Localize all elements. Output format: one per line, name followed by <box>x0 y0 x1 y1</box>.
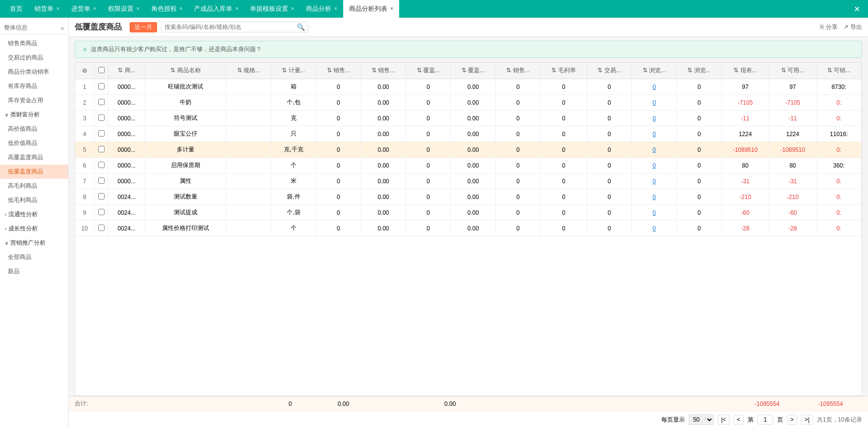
nav-permission[interactable]: 权限设置 × <box>102 0 145 18</box>
row-checkbox[interactable] <box>94 95 108 111</box>
row-checkbox[interactable] <box>94 205 108 221</box>
row-checkbox[interactable] <box>94 126 108 142</box>
col-available[interactable]: ⇅ 可用... <box>769 62 816 79</box>
col-unit[interactable]: ⇅ 计量... <box>271 62 316 79</box>
row-browse1[interactable]: 0 <box>632 158 677 173</box>
row-browse1[interactable]: 0 <box>632 205 677 221</box>
nav-purchase-close[interactable]: × <box>93 0 96 18</box>
sidebar-section-liudong[interactable]: › 流通性分析 <box>0 207 68 222</box>
nav-warehouse-close[interactable]: × <box>235 0 238 18</box>
nav-role-close[interactable]: × <box>180 0 183 18</box>
sidebar-item-high-profit[interactable]: 高毛利商品 <box>0 179 68 193</box>
col-spec[interactable]: ⇅ 规格... <box>226 62 271 79</box>
sidebar-item-new-goods[interactable]: 新品 <box>0 264 68 279</box>
row-browse1[interactable]: 0 <box>632 221 677 236</box>
row-sales2: 0.00 <box>361 221 406 236</box>
nav-product-analysis[interactable]: 商品分析 × <box>300 0 343 18</box>
row-checkbox[interactable] <box>94 189 108 205</box>
row-browse1[interactable]: 0 <box>632 79 677 95</box>
row-checkbox[interactable] <box>94 142 108 158</box>
col-settings[interactable]: ⚙ <box>75 62 94 79</box>
col-browse2[interactable]: ⇅ 浏览... <box>677 62 721 79</box>
sidebar-item-stock-capital[interactable]: 库存资金占用 <box>0 93 68 108</box>
row-num: 9 <box>75 205 94 221</box>
col-name[interactable]: ⇅ 商品名称 <box>145 62 226 79</box>
window-close-button[interactable]: ✕ <box>850 4 864 14</box>
row-coverage2: 0.00 <box>451 189 495 205</box>
last-page-button[interactable]: >| <box>801 415 813 425</box>
row-coverage1: 0 <box>406 95 451 111</box>
next-page-button[interactable]: > <box>787 415 797 425</box>
nav-home[interactable]: 首页 <box>4 0 28 18</box>
search-input[interactable] <box>164 24 295 30</box>
row-checkbox[interactable] <box>94 79 108 95</box>
col-sales1[interactable]: ⇅ 销售... <box>316 62 361 79</box>
row-checkbox[interactable] <box>94 221 108 236</box>
nav-product-analysis-close[interactable]: × <box>334 0 337 18</box>
page-number-input[interactable] <box>758 415 773 425</box>
nav-template-close[interactable]: × <box>291 0 294 18</box>
col-current[interactable]: ⇅ 现有... <box>722 62 769 79</box>
col-gross[interactable]: ⇅ 毛利率 <box>541 62 587 79</box>
row-checkbox[interactable] <box>94 111 108 126</box>
row-browse2: 0 <box>677 126 721 142</box>
row-code: 0000... <box>108 173 145 189</box>
sidebar-item-low-coverage[interactable]: 低覆盖度商品 <box>0 165 68 179</box>
nav-product-analysis-list[interactable]: 商品分析列表 × <box>343 0 399 18</box>
nav-warehouse[interactable]: 产成品入库单 × <box>188 0 244 18</box>
sidebar-section-chengzhang[interactable]: › 成长性分析 <box>0 222 68 236</box>
row-gross: 0 <box>541 79 587 95</box>
sidebar-item-high-coverage[interactable]: 高覆盖度商品 <box>0 150 68 165</box>
settings-icon[interactable]: ⚙ <box>82 67 87 74</box>
sidebar-item-low-profit[interactable]: 低毛利商品 <box>0 193 68 207</box>
nav-role[interactable]: 角色授权 × <box>145 0 189 18</box>
sidebar-item-in-stock[interactable]: 有库存商品 <box>0 79 68 93</box>
col-browse1[interactable]: ⇅ 浏览... <box>632 62 677 79</box>
share-button[interactable]: ⎘ 分享 <box>820 23 838 31</box>
row-browse1[interactable]: 0 <box>632 189 677 205</box>
sidebar-item-low-value[interactable]: 低价值商品 <box>0 136 68 150</box>
row-browse1[interactable]: 0 <box>632 111 677 126</box>
page-size-select[interactable]: 50 10 20 100 <box>689 414 714 425</box>
col-sales3[interactable]: ⇅ 销售... <box>495 62 540 79</box>
sidebar-item-all-goods[interactable]: 全部商品 <box>0 250 68 264</box>
export-button[interactable]: ↗ 导出 <box>843 23 862 31</box>
search-icon[interactable]: 🔍 <box>297 23 305 31</box>
sidebar-collapse-icon[interactable]: « <box>60 24 64 32</box>
sidebar-section-yingxiao[interactable]: ∨ 营销推广分析 <box>0 236 68 250</box>
nav-sales-close[interactable]: × <box>56 0 59 18</box>
col-coverage2[interactable]: ⇅ 覆盖... <box>451 62 495 79</box>
sidebar-item-high-value[interactable]: 高价值商品 <box>0 122 68 136</box>
col-coverage1[interactable]: ⇅ 覆盖... <box>406 62 451 79</box>
row-browse1[interactable]: 0 <box>632 95 677 111</box>
period-button[interactable]: 近一月 <box>130 22 157 32</box>
sidebar-section-wealth[interactable]: ∨ 类财富分析 <box>0 108 68 122</box>
col-sales2[interactable]: ⇅ 销售... <box>361 62 406 79</box>
sidebar-item-traded-goods[interactable]: 交易过的商品 <box>0 51 68 65</box>
prev-page-button[interactable]: < <box>733 415 744 425</box>
row-num: 7 <box>75 173 94 189</box>
row-current: 97 <box>722 79 769 95</box>
nav-product-analysis-list-close[interactable]: × <box>390 0 393 18</box>
total-sales1: 0 <box>278 400 302 407</box>
sort-icon: ⇅ <box>118 67 123 74</box>
row-sales1: 0 <box>316 142 361 158</box>
col-trade[interactable]: ⇅ 交易... <box>587 62 631 79</box>
col-checkbox[interactable] <box>94 62 108 79</box>
row-browse1[interactable]: 0 <box>632 142 677 158</box>
row-current: 1224 <box>722 126 769 142</box>
nav-purchase[interactable]: 进货单 × <box>65 0 102 18</box>
row-browse1[interactable]: 0 <box>632 126 677 142</box>
col-code[interactable]: ⇅ 商... <box>108 62 145 79</box>
nav-sales[interactable]: 销货单 × <box>28 0 65 18</box>
row-browse1[interactable]: 0 <box>632 173 677 189</box>
nav-template[interactable]: 单据模板设置 × <box>244 0 300 18</box>
select-all-checkbox[interactable] <box>98 67 105 73</box>
sidebar-item-sales-goods[interactable]: 销售类商品 <box>0 36 68 51</box>
nav-permission-close[interactable]: × <box>136 0 139 18</box>
row-checkbox[interactable] <box>94 173 108 189</box>
first-page-button[interactable]: |< <box>718 415 730 425</box>
sidebar-item-category-rate[interactable]: 商品分类动销率 <box>0 65 68 79</box>
col-sellable[interactable]: ⇅ 可销... <box>816 62 862 79</box>
row-checkbox[interactable] <box>94 158 108 173</box>
